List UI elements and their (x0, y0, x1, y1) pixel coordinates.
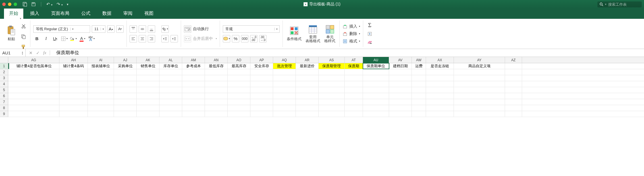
cell-AL7[interactable] (159, 99, 182, 105)
column-header-AR[interactable]: AR (296, 57, 319, 63)
cell-AS2[interactable] (319, 69, 345, 75)
cell-AY7[interactable] (454, 99, 505, 105)
border-button[interactable]: ▾ (61, 35, 68, 42)
cell-AY5[interactable] (454, 87, 505, 93)
cell-AM3[interactable] (182, 75, 205, 81)
cell-AK3[interactable] (137, 75, 159, 81)
cell-AY1[interactable]: 商品自定义项 (454, 63, 505, 69)
paste-button[interactable]: 粘贴 (6, 26, 17, 42)
fx-icon[interactable]: fx (43, 50, 50, 55)
cell-AQ3[interactable] (273, 75, 296, 81)
phonetic-guide-button[interactable]: abcA▾ (88, 35, 95, 42)
cell-AP9[interactable] (250, 111, 273, 117)
cell-AN1[interactable]: 最低库存 (205, 63, 228, 69)
column-header-AN[interactable]: AN (205, 57, 228, 63)
column-header-AX[interactable]: AX (426, 57, 454, 63)
cell-AU9[interactable] (363, 111, 389, 117)
column-header-AS[interactable]: AS (319, 57, 345, 63)
cell-AQ1[interactable]: 批次管理 (273, 63, 296, 69)
font-size-dropdown[interactable]: 11 ▾ (92, 25, 105, 33)
column-header-AY[interactable]: AY (454, 57, 505, 63)
cell-AU8[interactable] (363, 105, 389, 111)
currency-button[interactable]: ▾ (223, 35, 230, 42)
decrease-font-size-button[interactable]: A▾ (116, 25, 124, 33)
cell-AQ8[interactable] (273, 105, 296, 111)
cell-AO8[interactable] (228, 105, 250, 111)
cell-AY6[interactable] (454, 93, 505, 99)
cell-AI8[interactable] (88, 105, 114, 111)
cell-AX6[interactable] (426, 93, 454, 99)
orientation-button[interactable]: ab▾ (161, 25, 169, 33)
cell-AT2[interactable] (345, 69, 363, 75)
cell-AW1[interactable]: 运费 (412, 63, 426, 69)
insert-cells-button[interactable]: 插入 ▾ (342, 23, 360, 30)
undo-icon[interactable]: ↶ ▾ (46, 2, 53, 7)
cell-AU2[interactable] (363, 69, 389, 75)
cell-AP8[interactable] (250, 105, 273, 111)
column-header-AH[interactable]: AH (59, 57, 88, 63)
bold-button[interactable]: B (33, 35, 41, 42)
column-header-AV[interactable]: AV (389, 57, 412, 63)
cell-AZ6[interactable] (505, 93, 522, 99)
cell-AZ5[interactable] (505, 87, 522, 93)
name-box[interactable]: AU1 ▴▾ (0, 49, 26, 57)
cell-AX8[interactable] (426, 105, 454, 111)
increase-font-size-button[interactable]: A▴ (107, 25, 115, 33)
cell-AX9[interactable] (426, 111, 454, 117)
cell-AL2[interactable] (159, 69, 182, 75)
column-header-AT[interactable]: AT (345, 57, 363, 63)
row-header-3[interactable]: 3 (0, 75, 8, 81)
cell-AM4[interactable] (182, 81, 205, 87)
cell-AX2[interactable] (426, 69, 454, 75)
cell-AN8[interactable] (205, 105, 228, 111)
comma-button[interactable]: 000 (241, 35, 248, 42)
cell-AZ2[interactable] (505, 69, 522, 75)
column-header-AL[interactable]: AL (159, 57, 182, 63)
qat-customize-icon[interactable]: ▾ (67, 3, 68, 6)
cell-AP2[interactable] (250, 69, 273, 75)
cut-icon[interactable] (20, 23, 27, 30)
accept-formula-icon[interactable]: ✓ (36, 50, 40, 56)
cell-AR3[interactable] (296, 75, 319, 81)
save-icon[interactable] (31, 2, 36, 7)
align-right-button[interactable] (148, 35, 155, 42)
cell-AV4[interactable] (389, 81, 412, 87)
tab-data[interactable]: 数据 (97, 8, 117, 19)
cell-AP7[interactable] (250, 99, 273, 105)
cell-AJ1[interactable]: 采购单位 (114, 63, 137, 69)
cell-AJ5[interactable] (114, 87, 137, 93)
cell-AM8[interactable] (182, 105, 205, 111)
tab-page-layout[interactable]: 页面布局 (46, 8, 74, 19)
tab-insert[interactable]: 插入 (25, 8, 44, 19)
cell-AW3[interactable] (412, 75, 426, 81)
cell-AS8[interactable] (319, 105, 345, 111)
cell-AH5[interactable] (59, 87, 88, 93)
cell-AJ4[interactable] (114, 81, 137, 87)
row-header-5[interactable]: 5 (0, 87, 8, 93)
cell-styles-button[interactable]: 单元 格样式 (323, 24, 336, 44)
cell-AG8[interactable] (8, 105, 59, 111)
row-header-2[interactable]: 2 (0, 69, 8, 75)
cell-AI7[interactable] (88, 99, 114, 105)
cell-AM1[interactable]: 参考成本 (182, 63, 205, 69)
cell-AN4[interactable] (205, 81, 228, 87)
cell-AZ1[interactable] (505, 63, 522, 69)
cell-AY2[interactable] (454, 69, 505, 75)
format-as-table-button[interactable]: 套用 表格格式 (304, 24, 321, 44)
cell-AV8[interactable] (389, 105, 412, 111)
cell-AP4[interactable] (250, 81, 273, 87)
cell-AQ4[interactable] (273, 81, 296, 87)
cell-AS6[interactable] (319, 93, 345, 99)
cell-AO1[interactable]: 最高库存 (228, 63, 250, 69)
copy-icon[interactable] (20, 33, 27, 40)
cell-AN6[interactable] (205, 93, 228, 99)
cell-AL8[interactable] (159, 105, 182, 111)
column-header-AK[interactable]: AK (137, 57, 159, 63)
cell-AZ4[interactable] (505, 81, 522, 87)
wrap-text-icon[interactable] (184, 25, 191, 33)
cell-AJ8[interactable] (114, 105, 137, 111)
search-box[interactable]: ▾ (597, 1, 642, 7)
cell-AV9[interactable] (389, 111, 412, 117)
cell-AO5[interactable] (228, 87, 250, 93)
cell-AR5[interactable] (296, 87, 319, 93)
